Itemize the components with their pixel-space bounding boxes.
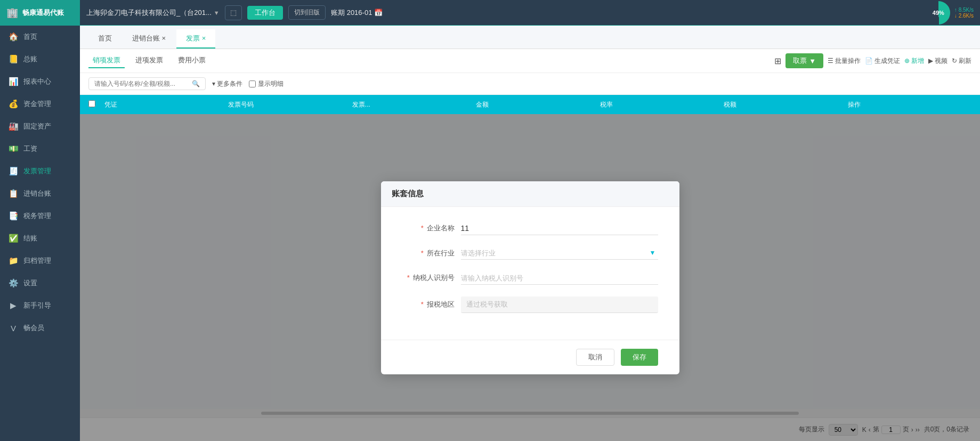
assets-icon: 🏭 (9, 122, 18, 131)
new-icon: ⊕ (904, 57, 910, 65)
video-icon: ▶ (928, 57, 933, 65)
batch-op-icon: ☰ (828, 57, 833, 65)
sidebar-item-label: 报表中心 (23, 77, 51, 86)
dialog-body: * 企业名称 * 所在行业 请选择行业 (381, 207, 679, 340)
th-tax-rate: 税率 (600, 100, 724, 109)
sidebar-item-member[interactable]: V 畅会员 (0, 317, 80, 339)
speed-info: ↑ 8.5K/s ↓ 2.6K/s (954, 7, 974, 19)
sub-tab-expense-slip[interactable]: 费用小票 (174, 53, 210, 68)
app-name: 畅康通易代账 (22, 8, 64, 18)
th-invoice-detail: 发票... (352, 100, 476, 109)
main-content: 上海卯金刀电子科技有限公司_（台201... ▼ ⬚ 工作台 切到旧版 账期 2… (80, 0, 980, 441)
sidebar-item-label: 归档管理 (23, 256, 51, 266)
cancel-button[interactable]: 取消 (576, 349, 614, 366)
search-icon[interactable]: 🔍 (192, 80, 200, 87)
company-name-label: * 企业名称 (402, 223, 461, 233)
sidebar-item-general-ledger[interactable]: 📒 总账 (0, 48, 80, 70)
sidebar-item-label: 工资 (23, 144, 37, 154)
salary-icon: 💵 (9, 144, 18, 154)
th-actions: 操作 (848, 100, 971, 109)
speed-percent: 49% (933, 10, 944, 16)
tax-id-input[interactable] (461, 271, 658, 285)
copy-icon: ⬚ (230, 9, 237, 17)
dialog-footer: 取消 保存 (381, 340, 679, 374)
sub-tab-sales-invoice[interactable]: 销项发票 (88, 53, 125, 68)
more-filters-button[interactable]: ▾ 更多条件 (212, 79, 242, 89)
tab-invoice[interactable]: 发票 × (176, 29, 215, 49)
sub-actions: ⊞ 取票 ▼ ☰ 批量操作 📄 生成凭证 ⊕ 新增 ▶ 视频 ↻ (774, 53, 971, 68)
company-name-row: * 企业名称 (402, 222, 658, 235)
filter-row: 🔍 ▾ 更多条件 显示明细 (80, 73, 980, 95)
sidebar-item-label: 结账 (23, 234, 37, 243)
sidebar-item-label: 发票管理 (23, 166, 51, 176)
dialog-title: 账套信息 (381, 181, 679, 207)
sidebar-item-label: 总账 (23, 54, 37, 64)
sidebar-item-settlement[interactable]: ✅ 结账 (0, 227, 80, 250)
nav-tabs: 首页 进销台账 × 发票 × (80, 26, 980, 49)
grid-view-icon[interactable]: ⊞ (774, 56, 781, 66)
select-all-checkbox[interactable] (88, 100, 95, 107)
copy-icon-btn[interactable]: ⬚ (225, 5, 242, 20)
th-voucher: 凭证 (104, 100, 228, 109)
sidebar-item-assets[interactable]: 🏭 固定资产 (0, 115, 80, 138)
sidebar-item-archive[interactable]: 📁 归档管理 (0, 250, 80, 272)
gen-voucher-button[interactable]: 📄 生成凭证 (865, 57, 900, 66)
sidebar-item-label: 固定资产 (23, 122, 51, 131)
refresh-button[interactable]: ↻ 刷新 (952, 57, 971, 66)
search-input[interactable] (94, 80, 189, 87)
calendar-icon[interactable]: 📅 (374, 9, 383, 17)
tab-home[interactable]: 首页 (88, 29, 122, 49)
sidebar-item-label: 设置 (23, 278, 37, 288)
home-icon: 🏠 (9, 32, 18, 42)
logo-icon: 🏢 (6, 7, 18, 19)
topbar: 上海卯金刀电子科技有限公司_（台201... ▼ ⬚ 工作台 切到旧版 账期 2… (80, 0, 980, 26)
industry-select[interactable]: 请选择行业 (461, 247, 658, 259)
sidebar-item-home[interactable]: 🏠 首页 (0, 26, 80, 48)
search-box[interactable]: 🔍 (88, 77, 206, 90)
sidebar-item-guide[interactable]: ▶ 新手引导 (0, 294, 80, 317)
topbar-right: 49% ↑ 8.5K/s ↓ 2.6K/s (927, 1, 974, 25)
sub-tab-purchase-invoice[interactable]: 进项发票 (131, 53, 167, 68)
tax-icon: 📑 (9, 211, 18, 221)
sidebar-item-reports[interactable]: 📊 报表中心 (0, 70, 80, 93)
tab-sales-ledger[interactable]: 进销台账 × (123, 29, 175, 49)
industry-row: * 所在行业 请选择行业 ▼ (402, 247, 658, 260)
table-header: 凭证 发票号码 发票... 金额 税率 税额 操作 (80, 95, 980, 114)
account-info-dialog: 账套信息 * 企业名称 * 所在行业 (381, 181, 679, 374)
old-version-button[interactable]: 切到旧版 (288, 5, 326, 20)
company-name-input[interactable] (461, 222, 658, 235)
reports-icon: 📊 (9, 77, 18, 86)
batch-op-button[interactable]: ☰ 批量操作 (828, 57, 861, 66)
save-button[interactable]: 保存 (621, 349, 658, 366)
sidebar-item-label: 进销台账 (23, 189, 51, 198)
sidebar-item-label: 税务管理 (23, 211, 51, 221)
tax-id-label: * 纳税人识别号 (402, 273, 461, 283)
sidebar-item-tax[interactable]: 📑 税务管理 (0, 205, 80, 227)
sidebar-item-label: 新手引导 (23, 301, 51, 310)
ticket-dropdown-icon: ▼ (809, 57, 816, 65)
sidebar: 🏢 畅康通易代账 🏠 首页 📒 总账 📊 报表中心 💰 资金管理 🏭 固定资产 … (0, 0, 80, 441)
sidebar-item-label: 资金管理 (23, 99, 51, 109)
th-amount: 金额 (476, 100, 600, 109)
guide-icon: ▶ (9, 301, 18, 310)
sidebar-item-sales-ledger[interactable]: 📋 进销台账 (0, 182, 80, 205)
th-tax-amount: 税额 (724, 100, 847, 109)
download-speed: ↓ 2.6K/s (954, 13, 974, 19)
member-icon: V (9, 324, 18, 333)
gen-voucher-icon: 📄 (865, 57, 873, 65)
sidebar-item-finance[interactable]: 💰 资金管理 (0, 93, 80, 115)
company-dropdown-arrow: ▼ (214, 10, 220, 16)
sidebar-item-salary[interactable]: 💵 工资 (0, 138, 80, 160)
new-button[interactable]: ⊕ 新增 (904, 57, 924, 66)
workbench-button[interactable]: 工作台 (247, 6, 283, 20)
show-detail-checkbox[interactable]: 显示明细 (249, 79, 284, 89)
sidebar-item-invoice[interactable]: 🧾 发票管理 (0, 160, 80, 182)
sales-ledger-icon: 📋 (9, 189, 18, 198)
ticket-button[interactable]: 取票 ▼ (785, 53, 823, 68)
company-selector[interactable]: 上海卯金刀电子科技有限公司_（台201... ▼ (86, 8, 220, 18)
company-name: 上海卯金刀电子科技有限公司_（台201... (86, 8, 212, 18)
sidebar-item-settings[interactable]: ⚙️ 设置 (0, 272, 80, 294)
show-detail-check[interactable] (249, 81, 256, 87)
speed-circle: 49% (927, 1, 950, 25)
video-button[interactable]: ▶ 视频 (928, 57, 947, 66)
